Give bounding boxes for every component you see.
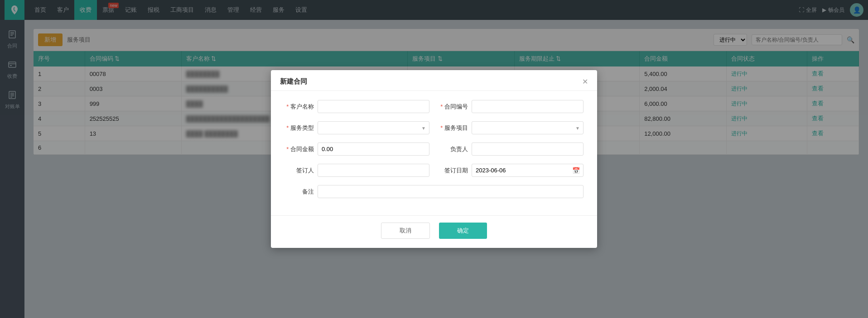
signer-label: 签订人 [285,166,314,175]
modal-header: 新建合同 ✕ [271,70,597,91]
service-item-label: 服务项目 [439,124,468,132]
form-row-1: 客户名称 合同编号 [285,100,583,113]
customer-name-input[interactable] [318,100,429,113]
cancel-button[interactable]: 取消 [381,223,430,239]
form-group-amount: 合同金额 0.00 [285,142,429,156]
form-group-remark: 备注 [285,185,583,198]
amount-label: 合同金额 [285,145,314,153]
form-group-service-item: 服务项目 [439,121,583,134]
service-type-select-wrap [318,121,429,134]
form-group-service-type: 服务类型 [285,121,429,134]
signer-input[interactable] [318,164,429,177]
form-row-3: 合同金额 0.00 负责人 [285,142,583,156]
modal-body: 客户名称 合同编号 服务类型 [271,91,597,215]
form-group-contract-no: 合同编号 [439,100,583,113]
form-row-2: 服务类型 服务项目 [285,121,583,134]
form-row-5: 备注 [285,185,583,198]
form-group-responsible: 负责人 [439,142,583,156]
confirm-button[interactable]: 确定 [439,223,487,239]
form-group-signer: 签订人 [285,164,429,177]
remark-input[interactable] [318,185,583,198]
responsible-label: 负责人 [439,145,468,153]
new-contract-modal: 新建合同 ✕ 客户名称 合同编号 服务类型 [271,70,597,248]
contract-no-input[interactable] [472,100,583,113]
sign-date-label: 签订日期 [439,166,468,175]
modal-title: 新建合同 [280,77,307,86]
service-type-label: 服务类型 [285,124,314,132]
amount-input[interactable]: 0.00 [318,142,429,156]
customer-name-label: 客户名称 [285,103,314,111]
responsible-input[interactable] [472,142,583,156]
service-type-select[interactable] [318,121,429,134]
form-group-sign-date: 签订日期 2023-06-06 📅 [439,164,583,177]
sign-date-input[interactable]: 2023-06-06 [472,164,583,177]
service-item-select[interactable] [472,121,583,134]
form-row-4: 签订人 签订日期 2023-06-06 📅 [285,164,583,177]
contract-no-label: 合同编号 [439,103,468,111]
modal-overlay: 新建合同 ✕ 客户名称 合同编号 服务类型 [0,0,868,318]
remark-label: 备注 [285,188,314,196]
modal-footer: 取消 确定 [271,215,597,248]
modal-close-button[interactable]: ✕ [582,77,588,86]
form-group-customer: 客户名称 [285,100,429,113]
service-item-select-wrap [472,121,583,134]
sign-date-wrap: 2023-06-06 📅 [472,164,583,177]
